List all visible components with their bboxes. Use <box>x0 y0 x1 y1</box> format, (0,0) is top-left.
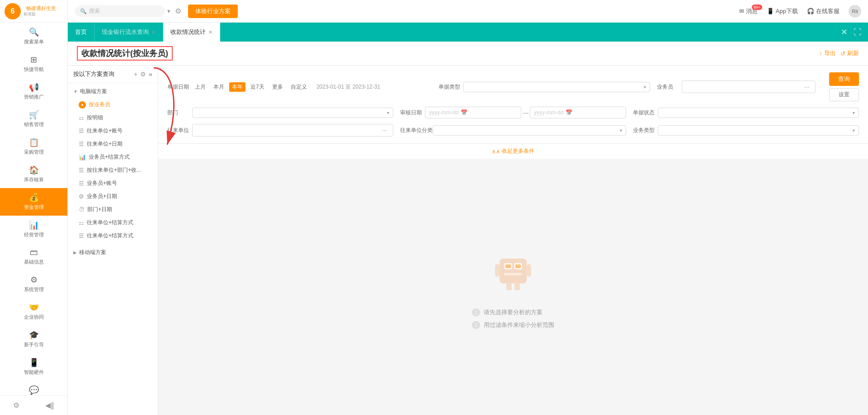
query-btn[interactable]: 查询 <box>829 72 859 86</box>
sidebar-item-operation[interactable]: 📊 经营管理 <box>0 216 67 243</box>
date-tab-last-month[interactable]: 上月 <box>192 82 208 92</box>
scheme-collapse-btn[interactable]: « <box>149 71 152 78</box>
filter-partner-select[interactable]: ··· <box>192 124 393 137</box>
page-header: 收款情况统计(按业务员) ↑ 导出 ↺ 刷新 <box>68 42 868 66</box>
svg-rect-6 <box>495 264 500 277</box>
filter-biz-type-select[interactable]: ▾ <box>658 125 859 136</box>
scheme-settings-btn[interactable]: ⚙ <box>140 71 146 78</box>
sidebar-nav: 🔍 搜索菜单 ⊞ 快捷导航 📢 营销推广 🛒 销售管理 📋 采购管理 🏠 库存核… <box>0 23 67 395</box>
filter-row-1: 单据日期 上月 本月 本年 近7天 更多 自定义 2023-01-01 至 20… <box>167 72 859 101</box>
scheme-item-salesperson-date[interactable]: ⚙ 业务员+日期 <box>68 190 158 203</box>
filter-dept-select[interactable]: ▾ <box>192 108 393 118</box>
sidebar-item-hardware[interactable]: 📱 智能硬件 <box>0 353 67 381</box>
sidebar-item-basic[interactable]: 🗃 基础信息 <box>0 243 67 270</box>
scheme-salesperson-account-icon: ☰ <box>79 180 84 187</box>
scheme-item-partner-settlement2[interactable]: ☰ 往来单位+结算方式 <box>68 229 158 242</box>
scheme-item-by-detail[interactable]: ⚏ 按明细 <box>68 111 158 124</box>
user-avatar[interactable]: Rit <box>849 5 861 18</box>
scheme-group-pc: ▼ 电脑端方案 ● 按业务员 ⚏ 按明细 ☰ 往来单位+账号 <box>68 83 158 244</box>
sidebar-item-search[interactable]: 🔍 搜索菜单 <box>0 23 67 50</box>
filter-date-label: 单据日期 <box>167 83 192 91</box>
salesperson-more-icon[interactable]: ··· <box>804 83 809 90</box>
sidebar-item-quick-nav[interactable]: ⊞ 快捷导航 <box>0 50 67 78</box>
scheme-panel-actions: + ⚙ « <box>134 71 152 78</box>
tab-home[interactable]: 首页 <box>68 23 94 42</box>
sidebar-item-sales[interactable]: 🛒 销售管理 <box>0 105 67 133</box>
export-btn[interactable]: ↑ 导出 <box>820 49 836 57</box>
date-tab-custom[interactable]: 自定义 <box>288 82 310 92</box>
sidebar-item-inventory[interactable]: 🏠 库存核算 <box>0 160 67 188</box>
sidebar-item-purchase[interactable]: 📋 采购管理 <box>0 133 67 160</box>
filter-doc-status-label: 单据状态 <box>633 109 658 117</box>
sidebar-item-corp[interactable]: 🤝 企业协同 <box>0 298 67 325</box>
sidebar-collapse-btn[interactable]: ◀‖ <box>42 399 58 411</box>
inventory-icon: 🏠 <box>29 165 39 175</box>
dept-arrow-icon: ▾ <box>387 110 389 115</box>
date-tab-more[interactable]: 更多 <box>269 82 286 92</box>
scheme-item-partner-account[interactable]: ☰ 往来单位+账号 <box>68 124 158 137</box>
tab-close-bank-flow[interactable]: ✕ <box>151 29 156 35</box>
calendar-icon-to: 📅 <box>566 109 572 116</box>
sidebar-settings-btn[interactable]: ⚙ <box>9 399 23 411</box>
topbar-right: ✉ 消息 99+ 📱 App下载 🎧 在线客服 Rit <box>739 5 861 18</box>
trial-btn[interactable]: 体验行业方案 <box>188 5 238 18</box>
tab-right-actions: ✕ ⛶ <box>839 25 868 39</box>
sidebar-item-guide[interactable]: 🎓 新手引导 <box>0 325 67 353</box>
topbar-search-box[interactable]: 🔍 搜索 <box>75 5 165 17</box>
messages-btn[interactable]: ✉ 消息 99+ <box>739 7 758 15</box>
scheme-add-btn[interactable]: + <box>134 71 137 78</box>
sidebar-item-wechat[interactable]: 💬 企业微信 <box>0 381 67 395</box>
scheme-item-partner-date[interactable]: ☰ 往来单位+日期 <box>68 137 158 151</box>
sidebar-item-system[interactable]: ⚙ 系统管理 <box>0 270 67 298</box>
scheme-panel-title: 按以下方案查询 <box>73 70 134 78</box>
filter-salesperson-select[interactable]: ··· <box>682 80 816 93</box>
filter-btn-group: 查询 设置 <box>829 72 859 101</box>
filter-doc-status-select[interactable]: ▾ <box>658 108 859 118</box>
filter-settings-btn[interactable]: 设置 <box>829 88 859 101</box>
svg-rect-8 <box>506 283 512 290</box>
scheme-group-arrow-pc: ▼ <box>73 89 78 94</box>
scheme-item-partner-dept-receipt[interactable]: ☰ 按往来单位+部门+收... <box>68 164 158 177</box>
date-tab-this-year[interactable]: 本年 <box>229 82 245 92</box>
filter-doc-type-select[interactable]: ▾ <box>463 82 650 92</box>
basic-icon: 🗃 <box>30 248 38 257</box>
filter-doc-type-item: 单据类型 ▾ <box>439 82 650 92</box>
active-dot-icon: ● <box>79 101 86 108</box>
sidebar-item-marketing[interactable]: 📢 营销推广 <box>0 78 67 105</box>
marketing-icon: 📢 <box>29 82 39 92</box>
scheme-detail-icon: ⚏ <box>79 114 84 121</box>
sidebar-item-capital[interactable]: 💰 资金管理 <box>0 188 67 216</box>
collapse-more-btn[interactable]: ∧∧ 收起更多条件 <box>158 144 868 159</box>
logo-text: 畅捷通好生意 <box>26 5 56 11</box>
scheme-group-mobile-header[interactable]: ▶ 移动端方案 <box>68 246 158 259</box>
filter-review-date-from[interactable]: yyyy-mm-dd 📅 <box>425 107 521 118</box>
scheme-item-salesperson-account[interactable]: ☰ 业务员+账号 <box>68 177 158 190</box>
tabbar: 首页 现金银行流水查询 ✕ 收款情况统计 ✕ ✕ ⛶ <box>68 23 868 42</box>
logo-icon: 6 <box>5 3 21 19</box>
date-tab-this-month[interactable]: 本月 <box>211 82 227 92</box>
online-service-btn[interactable]: 🎧 在线客服 <box>807 7 840 15</box>
scheme-group-pc-header[interactable]: ▼ 电脑端方案 <box>68 85 158 98</box>
scheme-panel-header: 按以下方案查询 + ⚙ « <box>68 66 158 83</box>
filter-biz-type-item: 业务类型 ▾ <box>633 125 859 136</box>
filter-review-date-to[interactable]: yyyy-mm-dd 📅 <box>530 107 626 118</box>
close-all-tabs-btn[interactable]: ✕ <box>839 25 849 39</box>
scheme-item-dept-date[interactable]: ⏱ 部门+日期 <box>68 203 158 216</box>
scheme-item-partner-settlement1[interactable]: ⚏ 往来单位+结算方式 <box>68 216 158 229</box>
tab-receipt-stat[interactable]: 收款情况统计 ✕ <box>163 23 220 42</box>
refresh-btn[interactable]: ↺ 刷新 <box>840 49 859 57</box>
date-tab-last-7days[interactable]: 近7天 <box>248 82 267 92</box>
app-download-btn[interactable]: 📱 App下载 <box>767 7 798 15</box>
tab-close-receipt-stat[interactable]: ✕ <box>208 29 212 35</box>
expand-tab-btn[interactable]: ⛶ <box>852 26 863 39</box>
export-icon: ↑ <box>820 50 823 57</box>
topbar-gear-icon[interactable]: ⚙ <box>175 7 181 15</box>
scheme-group-label-mobile: 移动端方案 <box>79 249 106 256</box>
partner-more-icon[interactable]: ··· <box>382 127 387 134</box>
topbar-chevron-icon[interactable]: ▾ <box>167 8 170 14</box>
scheme-item-salesperson-settlement[interactable]: 📊 业务员+结算方式 <box>68 151 158 164</box>
content-area: 按以下方案查询 + ⚙ « ▼ 电脑端方案 ● 按业务员 <box>68 66 868 415</box>
filter-partner-category-select[interactable]: ▾ <box>433 125 626 136</box>
scheme-item-by-salesperson[interactable]: ● 按业务员 <box>68 98 158 111</box>
tab-bank-flow[interactable]: 现金银行流水查询 ✕ <box>94 23 163 42</box>
